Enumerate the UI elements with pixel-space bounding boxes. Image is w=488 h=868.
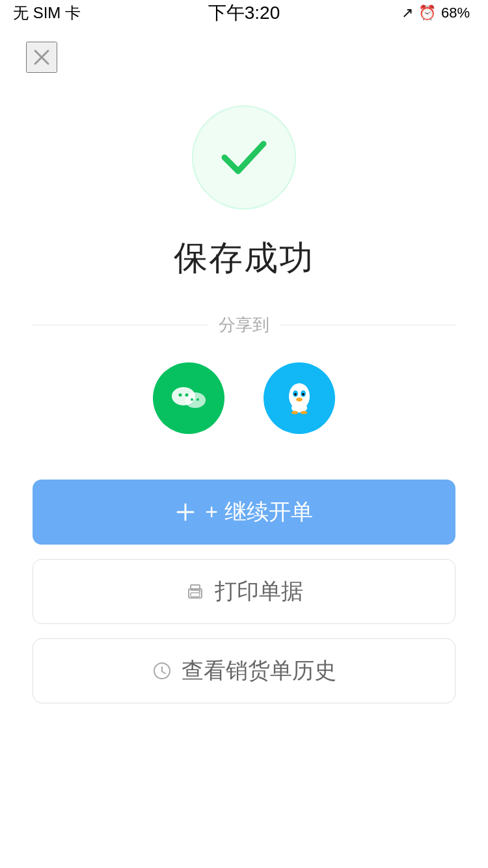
carrier-text: 无 SIM 卡 (13, 3, 81, 23)
continue-button[interactable]: + 继续开单 (33, 480, 455, 545)
actions: + 继续开单 打印单据 查看销 (33, 480, 455, 703)
svg-point-18 (301, 411, 307, 414)
print-button[interactable]: 打印单据 (33, 559, 455, 624)
svg-line-27 (162, 671, 165, 673)
svg-point-14 (302, 393, 305, 396)
wechat-icon (166, 375, 211, 421)
svg-point-17 (291, 411, 298, 414)
svg-point-15 (296, 398, 303, 401)
svg-point-8 (191, 398, 193, 401)
clock-icon (152, 660, 172, 681)
share-section: 分享到 (33, 314, 455, 434)
plus-icon (175, 502, 196, 522)
alarm-icon: ⏰ (418, 5, 436, 21)
status-time: 下午3:20 (208, 1, 280, 25)
wechat-share-button[interactable] (153, 362, 224, 434)
success-title: 保存成功 (174, 236, 314, 281)
checkmark-icon (215, 128, 273, 187)
continue-label: + 继续开单 (205, 497, 312, 527)
battery-text: 68% (441, 5, 470, 21)
close-button[interactable] (26, 42, 57, 73)
svg-point-24 (199, 591, 201, 593)
history-label: 查看销货单历史 (182, 656, 336, 686)
success-icon-wrap (192, 105, 296, 210)
qq-share-button[interactable] (264, 362, 335, 434)
history-button[interactable]: 查看销货单历史 (33, 638, 455, 703)
share-label: 分享到 (219, 314, 269, 336)
share-icons-row (33, 362, 455, 434)
svg-point-7 (185, 394, 189, 397)
share-divider-left (33, 325, 208, 325)
share-divider-row: 分享到 (33, 314, 455, 336)
status-left: 无 SIM 卡 (13, 3, 86, 23)
svg-point-13 (294, 393, 297, 396)
share-divider-right (280, 325, 455, 325)
print-label: 打印单据 (215, 576, 303, 606)
svg-point-6 (179, 394, 182, 397)
svg-point-9 (197, 398, 199, 401)
printer-icon (185, 581, 206, 602)
location-icon: ↗ (401, 5, 413, 21)
svg-rect-23 (191, 593, 200, 597)
status-bar: 无 SIM 卡 下午3:20 ↗ ⏰ 68% (0, 0, 488, 26)
main-content: 保存成功 分享到 (0, 73, 488, 868)
status-right: ↗ ⏰ 68% (401, 5, 475, 21)
qq-icon (278, 377, 321, 420)
